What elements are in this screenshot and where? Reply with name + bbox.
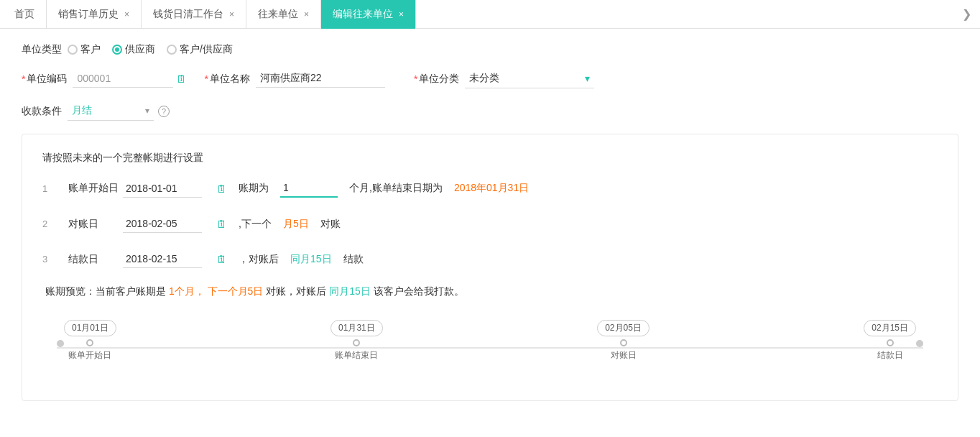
row-1-num: 1 bbox=[42, 183, 57, 194]
timeline-label-2: 账单结束日 bbox=[335, 349, 378, 362]
unit-info-row: * 单位编码 🗓 * 单位名称 * 单位分类 未分类 ▾ bbox=[22, 69, 958, 88]
code-required: * bbox=[22, 73, 25, 85]
timeline-node-3: 02月05日 对账日 bbox=[597, 320, 650, 362]
radio-customer-circle bbox=[68, 45, 78, 55]
unit-code-input[interactable] bbox=[73, 70, 173, 88]
unit-type-label: 单位类型 bbox=[22, 43, 62, 56]
main-content: 单位类型 客户 供应商 客户/供应商 * 单位编码 🗓 * 单位名称 * bbox=[0, 29, 980, 437]
payment-chevron-icon: ▾ bbox=[145, 106, 149, 116]
preview-middle: 对账，对账后 bbox=[266, 285, 326, 297]
unit-type-row: 单位类型 客户 供应商 客户/供应商 bbox=[22, 43, 958, 56]
unit-category-select[interactable]: 未分类 ▾ bbox=[465, 69, 594, 88]
period-prefix: 账期为 bbox=[239, 182, 269, 195]
unit-type-radio-group: 客户 供应商 客户/供应商 bbox=[68, 43, 233, 56]
timeline-date-4: 02月15日 bbox=[864, 320, 916, 336]
preview-label: 账期预览：当前客户账期是 bbox=[45, 285, 166, 297]
billing-panel: 请按照未来的一个完整帐期进行设置 1 账单开始日 🗓 账期为 个月,账单结束日期… bbox=[22, 134, 958, 401]
close-sales-history[interactable]: × bbox=[124, 9, 129, 19]
tab-sales-history[interactable]: 销售订单历史 × bbox=[47, 0, 142, 29]
reconcile-highlight: 月5日 bbox=[283, 218, 309, 231]
payment-terms-label: 收款条件 bbox=[22, 105, 62, 118]
radio-supplier-circle bbox=[112, 45, 122, 55]
payment-terms-value: 月结 bbox=[72, 104, 142, 117]
payment-prefix: ，对账后 bbox=[239, 253, 279, 266]
period-input[interactable] bbox=[280, 179, 338, 198]
timeline-node-2: 01月31日 账单结束日 bbox=[330, 320, 383, 362]
start-date-cal-icon[interactable]: 🗓 bbox=[216, 183, 227, 195]
unit-code-icon[interactable]: 🗓 bbox=[176, 73, 187, 85]
row-1-label: 账单开始日 bbox=[68, 182, 111, 195]
radio-supplier[interactable]: 供应商 bbox=[112, 43, 155, 56]
timeline-date-3: 02月05日 bbox=[597, 320, 650, 336]
timeline-node-4: 02月15日 结款日 bbox=[864, 320, 916, 362]
unit-name-label: 单位名称 bbox=[210, 73, 250, 86]
timeline-nodes: 01月01日 账单开始日 01月31日 账单结束日 02月05日 对账日 02月… bbox=[64, 320, 916, 362]
row-2-label: 对账日 bbox=[68, 218, 111, 231]
timeline-container: 01月01日 账单开始日 01月31日 账单结束日 02月05日 对账日 02月… bbox=[42, 313, 938, 383]
reconcile-suffix: 对账 bbox=[320, 218, 341, 231]
tab-partner[interactable]: 往来单位 × bbox=[246, 0, 321, 29]
timeline-date-1: 01月01日 bbox=[64, 320, 116, 336]
timeline-date-2: 01月31日 bbox=[330, 320, 383, 336]
radio-customer[interactable]: 客户 bbox=[68, 43, 101, 56]
row-3-label: 结款日 bbox=[68, 253, 111, 266]
cat-required: * bbox=[414, 73, 417, 85]
tab-expand-button[interactable]: ❯ bbox=[953, 7, 980, 21]
row-3-num: 3 bbox=[42, 254, 57, 264]
preview-period: 1个月， bbox=[169, 285, 205, 297]
unit-category-label: 单位分类 bbox=[419, 73, 459, 86]
timeline-label-1: 账单开始日 bbox=[68, 349, 111, 362]
payment-terms-row: 收款条件 月结 ▾ ? bbox=[22, 101, 958, 121]
start-date-input[interactable] bbox=[123, 180, 202, 198]
close-cash-work[interactable]: × bbox=[229, 9, 234, 19]
timeline-right-dot bbox=[916, 340, 923, 347]
payment-date-input[interactable] bbox=[123, 250, 202, 268]
reconcile-date-input[interactable] bbox=[123, 215, 202, 233]
name-required: * bbox=[204, 73, 208, 85]
payment-terms-help[interactable]: ? bbox=[158, 106, 170, 117]
unit-code-label: 单位编码 bbox=[27, 73, 67, 86]
preview-reconcile-date: 下一个月5日 bbox=[208, 285, 264, 297]
row-2-num: 2 bbox=[42, 218, 57, 229]
preview-text: 账期预览：当前客户账期是 1个月， 下一个月5日 对账，对账后 同月15日 该客… bbox=[42, 285, 938, 298]
radio-both[interactable]: 客户/供应商 bbox=[167, 43, 233, 56]
panel-title: 请按照未来的一个完整帐期进行设置 bbox=[42, 152, 938, 165]
timeline-left-dot bbox=[57, 340, 64, 347]
payment-highlight: 同月15日 bbox=[290, 253, 332, 266]
close-edit-partner[interactable]: × bbox=[399, 9, 404, 19]
payment-date-cal-icon[interactable]: 🗓 bbox=[216, 253, 227, 265]
unit-name-input[interactable] bbox=[256, 70, 385, 88]
tab-home[interactable]: 首页 bbox=[0, 0, 47, 29]
unit-category-value: 未分类 bbox=[469, 72, 582, 85]
radio-both-circle bbox=[167, 45, 177, 55]
billing-end-date: 2018年01月31日 bbox=[454, 182, 529, 195]
close-partner[interactable]: × bbox=[304, 9, 309, 19]
preview-payment-date: 同月15日 bbox=[329, 285, 371, 297]
reconcile-date-cal-icon[interactable]: 🗓 bbox=[216, 218, 227, 230]
timeline-label-4: 结款日 bbox=[877, 349, 903, 362]
billing-row-3: 3 结款日 🗓 ，对账后 同月15日 结款 bbox=[42, 250, 938, 268]
preview-end: 该客户会给我打款。 bbox=[374, 285, 464, 297]
reconcile-prefix: ,下一个 bbox=[239, 218, 272, 231]
payment-suffix: 结款 bbox=[343, 253, 364, 266]
tab-cash-work[interactable]: 钱货日清工作台 × bbox=[142, 0, 246, 29]
timeline-label-3: 对账日 bbox=[611, 349, 637, 362]
tab-bar: 首页 销售订单历史 × 钱货日清工作台 × 往来单位 × 编辑往来单位 × ❯ bbox=[0, 0, 980, 29]
category-chevron-icon: ▾ bbox=[585, 73, 590, 84]
timeline-node-1: 01月01日 账单开始日 bbox=[64, 320, 116, 362]
billing-row-2: 2 对账日 🗓 ,下一个 月5日 对账 bbox=[42, 215, 938, 233]
tab-edit-partner[interactable]: 编辑往来单位 × bbox=[321, 0, 416, 29]
billing-row-1: 1 账单开始日 🗓 账期为 个月,账单结束日期为 2018年01月31日 bbox=[42, 179, 938, 198]
period-suffix: 个月,账单结束日期为 bbox=[349, 182, 443, 195]
payment-terms-select[interactable]: 月结 ▾ bbox=[68, 101, 154, 121]
